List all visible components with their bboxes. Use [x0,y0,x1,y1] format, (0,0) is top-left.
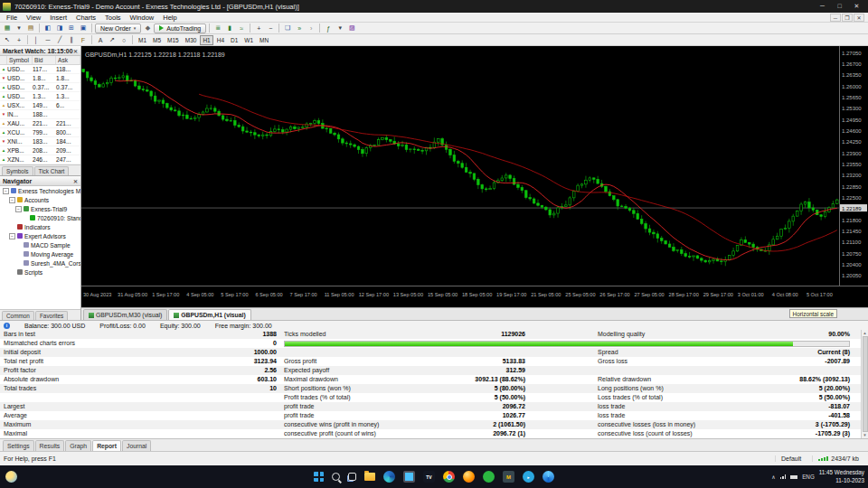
whatsapp-icon[interactable] [483,471,495,483]
crosshair-tool-icon[interactable]: + [14,35,24,45]
status-profile[interactable]: Default [775,455,807,462]
navigator-item[interactable]: Suresh_4MA_Corssv... [0,258,80,267]
widgets-weather-icon[interactable] [5,471,17,483]
text-tool-icon[interactable]: A [95,35,106,45]
tab-common[interactable]: Common [2,311,34,320]
templates-icon[interactable]: ▨ [346,23,357,33]
cursor-tool-icon[interactable]: ↖ [2,35,13,45]
navigator-item[interactable]: −Expert Advisors [0,231,80,240]
tester-tab-report[interactable]: Report [92,440,121,451]
navigator-close-icon[interactable]: ✕ [73,178,78,184]
market-watch-row[interactable]: ▲USX...149...6... [0,101,80,110]
tile-windows-icon[interactable]: ❏ [282,23,293,33]
timeframe-m1[interactable]: M1 [136,35,149,45]
menu-charts[interactable]: Charts [71,14,100,22]
navigator-item[interactable]: Moving Average [0,249,80,258]
navigator-item[interactable]: −Accounts [0,195,80,204]
mt4-icon[interactable]: M [503,471,514,483]
bar-chart-type-icon[interactable]: ≣ [212,23,223,33]
timeframe-mn[interactable]: MN [257,35,271,45]
chart-shift-icon[interactable]: › [306,23,316,33]
market-watch-toggle-icon[interactable]: ◧ [42,23,53,33]
channel-tool-icon[interactable]: ∥ [66,35,77,45]
child-close-icon[interactable]: ✕ [854,14,864,22]
tree-expander-icon[interactable]: − [3,188,9,194]
timeframe-h1[interactable]: H1 [200,35,212,45]
file-explorer-icon[interactable] [364,473,375,481]
arrow-tool-icon[interactable]: ↗ [107,35,118,45]
bid-column-header[interactable]: Bid [33,56,56,64]
close-icon[interactable]: ✕ [848,0,865,13]
vertical-line-tool-icon[interactable]: │ [31,35,42,45]
zoom-in-icon[interactable]: + [253,23,264,33]
tray-chevron-icon[interactable]: ∧ [771,474,775,480]
start-icon[interactable] [314,472,324,482]
horizontal-line-tool-icon[interactable]: ─ [42,35,53,45]
child-minimize-icon[interactable]: ─ [830,14,841,22]
terminal-toggle-icon[interactable]: ▣ [78,23,89,33]
navigator-toggle-icon[interactable]: ⊞ [66,23,77,33]
child-restore-icon[interactable]: ❐ [842,14,853,22]
market-watch-row[interactable]: ▲XZN...246...247... [0,155,80,164]
data-window-toggle-icon[interactable]: ◨ [54,23,65,33]
market-watch-row[interactable]: ▲USD...0.37...0.37... [0,83,80,92]
timeframe-h4[interactable]: H4 [214,35,227,45]
shapes-tool-icon[interactable]: ○ [118,35,129,45]
symbol-column-header[interactable]: Symbol [7,56,33,64]
auto-scroll-icon[interactable]: » [294,23,305,33]
market-watch-close-icon[interactable]: ✕ [73,48,78,54]
navigator-item[interactable]: 70260910: Standa... [0,213,80,222]
autotrading-button[interactable]: AutoTrading [154,23,206,33]
battery-icon[interactable] [790,475,797,479]
tester-tab-settings[interactable]: Settings [3,440,34,451]
navigator-item[interactable]: −Exness Technologies MT4 [0,186,80,195]
chart-tab[interactable]: GBPUSDm,H1 (visual) [168,309,250,320]
metaeditor-icon[interactable]: ◆ [142,23,153,33]
menu-help[interactable]: Help [158,14,181,22]
scroll-down-icon[interactable]: ▼ [863,433,866,437]
chart-list-dropdown-icon[interactable]: ▾ [14,23,24,33]
timeframe-d1[interactable]: D1 [228,35,241,45]
line-chart-type-icon[interactable]: ≈ [236,23,247,33]
navigator-item[interactable]: Indicators [0,222,80,231]
menu-insert[interactable]: Insert [45,14,71,22]
clock[interactable]: 11:45 Wednesday 11-10-2023 [819,469,864,483]
chrome-icon[interactable] [443,471,455,483]
firefox-icon[interactable] [463,471,475,483]
tab-tick-chart[interactable]: Tick Chart [34,166,70,175]
tab-favorites[interactable]: Favorites [35,311,68,320]
tester-tab-journal[interactable]: Journal [122,440,151,451]
market-watch-row[interactable]: ▼IN...188... [0,110,80,119]
ask-column-header[interactable]: Ask [56,56,80,64]
timeframe-m5[interactable]: M5 [150,35,164,45]
chart-tab[interactable]: GBPUSDm,M30 (visual) [83,309,167,320]
trendline-tool-icon[interactable]: ╱ [54,35,65,45]
chart-canvas[interactable]: 1.200501.204001.207501.211001.214501.218… [81,46,868,307]
market-watch-row[interactable]: ▲XAU...221...221... [0,119,80,128]
edge-icon[interactable] [383,471,395,483]
task-view-icon[interactable] [348,473,356,481]
tree-expander-icon[interactable]: − [15,206,22,212]
menu-file[interactable]: File [2,14,22,22]
menu-tools[interactable]: Tools [100,14,126,22]
tester-tab-results[interactable]: Results [35,440,65,451]
new-chart-icon[interactable]: ▦ [2,23,13,33]
tree-expander-icon[interactable]: − [9,233,15,239]
search-icon[interactable] [332,473,340,481]
navigator-item[interactable]: −Exness-Trial9 [0,204,80,213]
new-order-button[interactable]: New Order ▾ [95,23,141,33]
tester-tab-graph[interactable]: Graph [65,440,91,451]
price-chart[interactable]: 1.200501.204001.207501.211001.214501.218… [81,46,868,307]
timeframe-m30[interactable]: M30 [183,35,200,45]
timeframe-w1[interactable]: W1 [241,35,256,45]
market-watch-row[interactable]: ▲USD...1.3...1.3... [0,92,80,101]
language-indicator[interactable]: ENG [802,474,815,480]
indicators-list-icon[interactable]: ƒ [323,23,334,33]
market-watch-row[interactable]: ▲XCU...799...800... [0,128,80,137]
fibonacci-tool-icon[interactable]: F [78,35,89,45]
tab-symbols[interactable]: Symbols [2,166,33,175]
market-watch-row[interactable]: ▼USD...1.8...1.8... [0,74,80,83]
telegram-icon[interactable]: ▸ [523,471,534,483]
menu-window[interactable]: Window [126,14,159,22]
profiles-icon[interactable]: ▤ [25,23,36,33]
